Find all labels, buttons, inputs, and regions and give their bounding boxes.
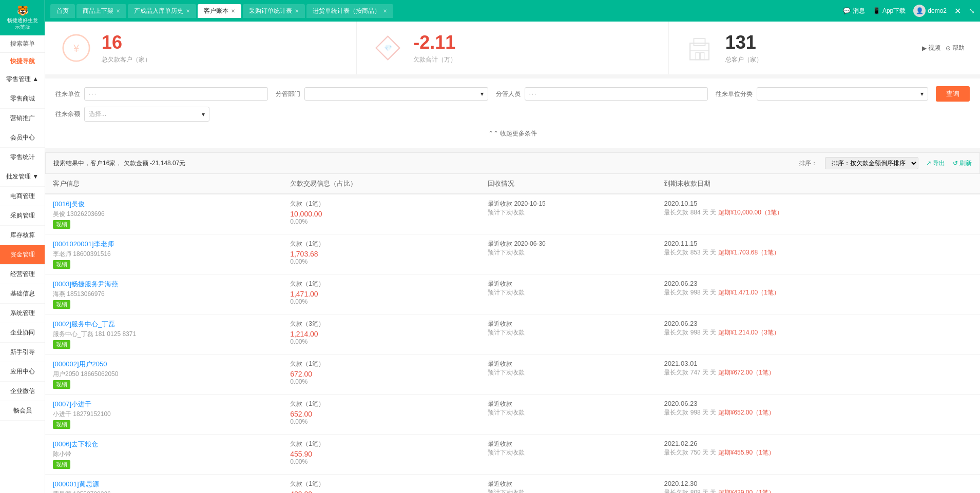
sidebar: 🐯 畅捷通好生意 示范版 搜索菜单 快捷导航 零售管理 ▲ 零售商城 营销推广 …	[0, 0, 45, 493]
customer-name-link[interactable]: [0002]服务中心_丁磊	[53, 320, 275, 329]
sidebar-item-retail-stats[interactable]: 零售统计	[0, 148, 45, 167]
svg-text:💎: 💎	[383, 44, 392, 52]
customer-name-link[interactable]: [000001]黄思源	[53, 480, 275, 489]
cell-due-date: 2020.10.15 最长欠款 884 天 天 超期¥10,000.00（1笔）	[656, 194, 980, 234]
last-collection: 最近收款 2020-06-30	[488, 240, 648, 248]
next-collection: 预计下次收款	[488, 248, 648, 257]
diamond-icon: 💎	[372, 33, 403, 64]
search-button[interactable]: 查询	[936, 86, 970, 102]
tab-close-icon[interactable]: ✕	[231, 8, 235, 14]
customer-name-link[interactable]: [0003]畅捷服务尹海燕	[53, 280, 275, 289]
sidebar-item-newbie[interactable]: 新手引导	[0, 343, 45, 362]
overdue-amount-link[interactable]: 超期¥455.90（1笔）	[718, 449, 775, 456]
cell-debt-info: 欠款（1笔） 10,000.00 0.00%	[282, 194, 480, 234]
sidebar-item-inventory[interactable]: 库存核算	[0, 226, 45, 245]
sidebar-item-wholesale-mgmt[interactable]: 批发管理 ▼	[0, 167, 45, 187]
topbar-actions: 💬 消息 📱 App下载 👤 demo2 ✕ ⤡	[843, 5, 975, 17]
tab-customer-account[interactable]: 客户账本 ✕	[198, 4, 241, 18]
cell-debt-info: 欠款（1笔） 1,703.68 0.00%	[282, 234, 480, 274]
customer-name-link[interactable]: [0001020001]李老师	[53, 240, 275, 249]
debt-percent: 0.00%	[290, 218, 472, 225]
dept-select[interactable]: ▾	[304, 87, 488, 101]
customer-meta: 小进干 18279152100	[53, 410, 275, 419]
customer-name-link[interactable]: [0006]去下粮仓	[53, 440, 275, 449]
tab-product-history[interactable]: 产成品入库单历史 ✕	[128, 4, 196, 18]
tab-close-icon[interactable]: ✕	[383, 8, 387, 14]
debt-amount[interactable]: 455.90	[290, 450, 472, 458]
maximize-button[interactable]: ⤡	[969, 7, 975, 15]
customer-name-link[interactable]: [0007]小进干	[53, 400, 275, 409]
export-button[interactable]: ↗ 导出	[926, 159, 945, 168]
debt-amount[interactable]: 429.00	[290, 490, 472, 493]
sidebar-item-apps[interactable]: 应用中心	[0, 362, 45, 382]
overdue-amount-link[interactable]: 超期¥652.00（1笔）	[718, 409, 775, 416]
tab-close-icon[interactable]: ✕	[186, 8, 190, 14]
debt-amount[interactable]: 652.00	[290, 410, 472, 418]
sidebar-item-enterprise[interactable]: 企业协同	[0, 323, 45, 343]
overdue-amount-link[interactable]: 超期¥429.00（1笔）	[718, 489, 775, 493]
overdue-amount-link[interactable]: 超期¥672.00（1笔）	[718, 369, 775, 376]
collapse-filters-button[interactable]: ⌃⌃ 收起更多条件	[55, 127, 970, 141]
col-customer-info: 客户信息	[45, 174, 282, 194]
sidebar-item-wechat[interactable]: 企业微信	[0, 382, 45, 401]
debt-amount[interactable]: 10,000.00	[290, 210, 472, 218]
customer-debt-table: 客户信息 欠款交易信息（占比） 回收情况 到期未收款日期 [0016]吴俊 吴俊…	[45, 174, 980, 493]
sidebar-item-retail-mgmt[interactable]: 零售管理 ▲	[0, 70, 45, 89]
message-button[interactable]: 💬 消息	[843, 7, 865, 15]
tab-purchase-order[interactable]: 采购订单统计表 ✕	[243, 4, 305, 18]
total-debtors-label: 总欠款客户（家）	[102, 55, 151, 64]
sidebar-item-ecommerce[interactable]: 电商管理	[0, 187, 45, 206]
overdue-amount-link[interactable]: 超期¥1,214.00（3笔）	[718, 329, 780, 336]
debt-amount[interactable]: 1,703.68	[290, 250, 472, 258]
balance-select[interactable]: 选择... ▾	[84, 107, 209, 122]
sidebar-item-system[interactable]: 系统管理	[0, 304, 45, 323]
user-avatar[interactable]: 👤 demo2	[913, 5, 947, 17]
app-download-button[interactable]: 📱 App下载	[873, 7, 906, 15]
debt-count: 欠款（3笔）	[290, 320, 472, 328]
customer-name-link[interactable]: [000002]用户2050	[53, 360, 275, 369]
person-input[interactable]: ···	[525, 87, 708, 101]
table-row: [0002]服务中心_丁磊 服务中心_丁磊 181 0125 8371 现销 欠…	[45, 314, 980, 354]
source-unit-input[interactable]: ···	[84, 87, 268, 101]
app-logo: 🐯 畅捷通好生意 示范版	[0, 0, 45, 35]
tab-product-online[interactable]: 商品上下架 ✕	[76, 4, 126, 18]
sidebar-item-member[interactable]: 会员中心	[0, 128, 45, 148]
due-date: 2020.11.15	[664, 240, 972, 247]
last-collection: 最近收款	[488, 360, 648, 368]
debt-amount[interactable]: 672.00	[290, 370, 472, 378]
cell-recovery: 最近收款 预计下次收款	[480, 274, 656, 314]
customer-name-link[interactable]: [0016]吴俊	[53, 200, 275, 209]
tab-purchase-stats[interactable]: 进货单统计表（按商品） ✕	[306, 4, 393, 18]
sidebar-item-ops[interactable]: 经营管理	[0, 265, 45, 284]
sidebar-item-purchase[interactable]: 采购管理	[0, 206, 45, 226]
col-recovery: 回收情况	[480, 174, 656, 194]
export-icon: ↗	[926, 160, 931, 167]
sidebar-item-retail-store[interactable]: 零售商城	[0, 89, 45, 109]
tab-close-icon[interactable]: ✕	[116, 8, 120, 14]
help-button[interactable]: ⊙ 帮助	[946, 44, 965, 52]
quick-nav-label[interactable]: 快捷导航	[0, 53, 45, 70]
sidebar-item-finance[interactable]: 资金管理	[0, 245, 45, 265]
overdue-amount-link[interactable]: 超期¥10,000.00（1笔）	[718, 209, 783, 216]
unit-class-select[interactable]: ▾	[757, 87, 928, 101]
view-video-button[interactable]: ▶ 视频	[922, 44, 940, 52]
logo-icon: 🐯	[3, 5, 42, 17]
debt-amount[interactable]: 1,471.00	[290, 290, 472, 298]
close-window-button[interactable]: ✕	[954, 6, 961, 16]
sort-select[interactable]: 排序：按欠款金额倒序排序	[825, 157, 918, 169]
table-row: [0001020001]李老师 李老师 18600391516 现销 欠款（1笔…	[45, 234, 980, 274]
refresh-button[interactable]: ↺ 刷新	[953, 159, 972, 168]
search-menu-item[interactable]: 搜索菜单	[0, 35, 45, 53]
sidebar-item-marketing[interactable]: 营销推广	[0, 109, 45, 128]
overdue-amount-link[interactable]: 超期¥1,703.68（1笔）	[718, 249, 780, 256]
chevron-down-icon: ▾	[202, 111, 205, 118]
sidebar-item-vip[interactable]: 畅会员	[0, 401, 45, 421]
debt-amount[interactable]: 1,214.00	[290, 330, 472, 338]
sidebar-item-basic-info[interactable]: 基础信息	[0, 284, 45, 304]
debt-percent: 0.00%	[290, 298, 472, 305]
overdue-amount-link[interactable]: 超期¥1,471.00（1笔）	[718, 289, 780, 296]
next-collection: 预计下次收款	[488, 448, 648, 457]
tab-home[interactable]: 首页	[50, 4, 75, 18]
tab-close-icon[interactable]: ✕	[295, 8, 299, 14]
avatar: 👤	[913, 5, 926, 17]
